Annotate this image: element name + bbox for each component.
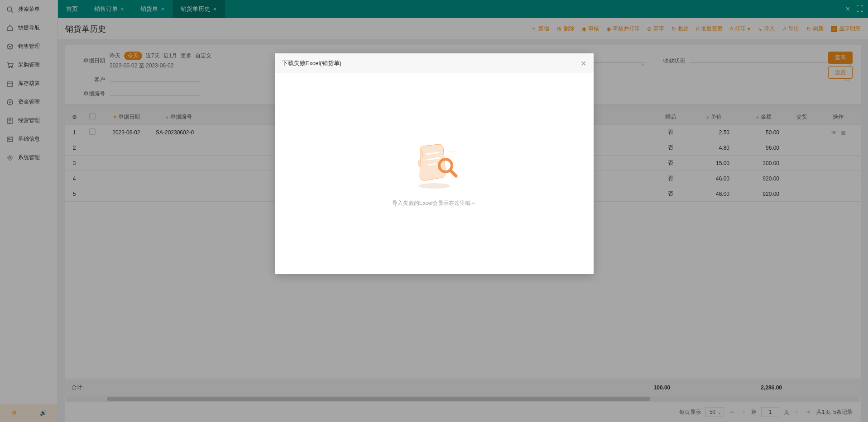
modal-header: 下载失败Excel(销货单) ✕	[275, 53, 594, 73]
modal-close-button[interactable]: ✕	[580, 59, 586, 68]
empty-illustration	[407, 141, 461, 190]
modal-title: 下载失败Excel(销货单)	[282, 59, 341, 67]
modal-overlay[interactable]: 下载失败Excel(销货单) ✕	[0, 0, 868, 422]
svg-line-22	[450, 170, 456, 176]
modal-empty-message: 导入失败的Excel会显示在这里哦～	[392, 199, 476, 207]
modal-body: 导入失败的Excel会显示在这里哦～	[275, 73, 594, 274]
svg-point-23	[418, 183, 450, 189]
modal: 下载失败Excel(销货单) ✕	[275, 53, 594, 274]
